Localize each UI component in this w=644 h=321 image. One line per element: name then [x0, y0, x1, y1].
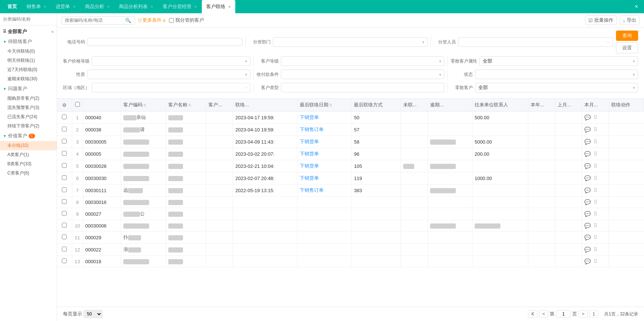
tab-sales-close[interactable]: × [44, 4, 46, 9]
chat-icon[interactable]: 💬 [584, 139, 591, 145]
tab-customer-contact[interactable]: 客户联络 × [202, 0, 235, 13]
pending-section-title[interactable]: ▼ 待联络客户 [0, 36, 57, 47]
tab-product-analysis-list[interactable]: 商品分析列表 × [115, 0, 157, 13]
retail-attr-select[interactable]: 全部 ▾ [479, 56, 638, 66]
grid-action-icon[interactable]: ⠿ [594, 223, 597, 229]
contact-method-link[interactable]: 下销货单 [300, 114, 319, 120]
sidebar-item-class-a[interactable]: A类客户(1) [0, 150, 57, 159]
sidebar-item-hoarding[interactable]: 囤购异常客户(2) [0, 94, 57, 103]
price-grade-select[interactable]: ▾ [92, 56, 250, 66]
sidebar-item-7days-pending[interactable]: 近7天待联络(0) [0, 65, 57, 74]
staff-select[interactable]: ··· [458, 37, 613, 47]
column-name[interactable]: 客户名称 ⇅ [166, 99, 206, 112]
last-page-button[interactable]: 1 [589, 310, 598, 318]
row-checkbox[interactable] [62, 223, 67, 227]
first-page-button[interactable]: K [528, 310, 538, 318]
select-all-checkbox[interactable] [75, 102, 80, 107]
quality-select[interactable]: ▾ [87, 70, 250, 79]
row-checkbox[interactable] [62, 187, 67, 192]
contact-method-link[interactable]: 下销货单 [300, 175, 319, 181]
contact-method-link[interactable]: 下销售订单 [300, 127, 324, 132]
sidebar-item-overdue-pending[interactable]: 逾期未联络(30) [0, 74, 57, 84]
dept-select[interactable]: ▾ [273, 37, 428, 47]
column-last-contact-date[interactable]: 最后联络日期 ⇅ [297, 99, 352, 112]
row-checkbox[interactable] [62, 151, 67, 156]
contact-method-link[interactable]: 下销货单 [300, 151, 319, 156]
region-select[interactable]: ··· [92, 83, 250, 92]
sidebar-search-input[interactable] [3, 17, 57, 22]
grid-action-icon[interactable]: ⠿ [594, 163, 597, 169]
contact-method-link[interactable]: 下销货单 [300, 163, 319, 169]
sidebar-item-class-c[interactable]: C类客户(6) [0, 169, 57, 178]
page-number-input[interactable] [556, 310, 571, 318]
customer-grade-select[interactable]: ▾ [281, 56, 444, 66]
grid-action-icon[interactable]: ⠿ [594, 234, 597, 240]
row-checkbox[interactable] [62, 211, 67, 216]
row-checkbox[interactable] [62, 139, 67, 144]
next-page-button[interactable]: > [578, 310, 588, 318]
tab-home[interactable]: 首页 [3, 0, 21, 13]
column-settings[interactable]: ⚙ [57, 99, 72, 112]
customer-type-select[interactable] [281, 83, 444, 92]
status-select[interactable]: ▾ [475, 70, 638, 79]
chat-icon[interactable]: 💬 [584, 199, 591, 205]
tab-product-analysis[interactable]: 商品分析 × [81, 0, 114, 13]
query-button[interactable]: 查询 [616, 31, 638, 41]
row-checkbox[interactable] [62, 258, 67, 263]
row-checkbox[interactable] [62, 127, 67, 131]
sidebar-item-declining[interactable]: 持续下滑客户(2) [0, 121, 57, 131]
tab-purchase-close[interactable]: × [73, 4, 75, 9]
retail-customer-select[interactable]: 全部 ▾ [475, 83, 638, 92]
tab-product-analysis-close[interactable]: × [107, 4, 109, 9]
chat-icon[interactable]: 💬 [584, 247, 591, 253]
payment-select[interactable]: ▾ [281, 70, 444, 79]
sidebar-item-churned[interactable]: 已流失客户(24) [0, 112, 57, 121]
grid-action-icon[interactable]: ⠿ [594, 258, 597, 264]
prev-page-button[interactable]: < [539, 310, 548, 318]
grid-action-icon[interactable]: ⠿ [594, 211, 597, 217]
chat-icon[interactable]: 💬 [584, 211, 591, 217]
chat-icon[interactable]: 💬 [584, 258, 591, 264]
grid-action-icon[interactable]: ⠿ [594, 151, 597, 157]
chat-icon[interactable]: 💬 [584, 114, 591, 120]
tab-purchase[interactable]: 进货单 × [51, 0, 80, 13]
sidebar-item-unassigned[interactable]: 未分组(32) [0, 141, 57, 150]
row-checkbox[interactable] [62, 247, 67, 251]
sidebar-item-class-b[interactable]: B类客户(33) [0, 159, 57, 169]
row-checkbox[interactable] [62, 114, 67, 119]
batch-operation-button[interactable]: ☑ 批量操作 [585, 15, 617, 25]
grid-action-icon[interactable]: ⠿ [594, 114, 597, 120]
row-checkbox[interactable] [62, 175, 67, 180]
value-section-title[interactable]: ▼ 价值客户 C [0, 131, 57, 141]
close-all-tabs-button[interactable]: × [632, 2, 641, 11]
grid-action-icon[interactable]: ⠿ [594, 175, 597, 181]
tab-customer-tier[interactable]: 客户分层经营 × [158, 0, 201, 13]
chat-icon[interactable]: 💬 [584, 223, 591, 229]
chat-icon[interactable]: 💬 [584, 151, 591, 157]
chat-icon[interactable]: 💬 [584, 127, 591, 133]
grid-action-icon[interactable]: ⠿ [594, 139, 597, 145]
sidebar-item-tomorrow-pending[interactable]: 明天待联络(1) [0, 56, 57, 65]
grid-action-icon[interactable]: ⠿ [594, 127, 597, 133]
more-filters-button[interactable]: ▽ 更多条件 ∧ [138, 17, 166, 24]
page-size-select[interactable]: 50 20 100 [84, 310, 102, 318]
my-customers-checkbox[interactable] [169, 18, 174, 23]
reset-button[interactable]: 设置 [616, 42, 638, 53]
export-button[interactable]: ↓ 导出 [620, 15, 640, 25]
row-checkbox[interactable] [62, 163, 67, 168]
collapse-sidebar-icon[interactable]: « [51, 29, 54, 34]
chat-icon[interactable]: 💬 [584, 163, 591, 169]
grid-action-icon[interactable]: ⠿ [594, 187, 597, 193]
tab-sales[interactable]: 销售单 × [22, 0, 50, 13]
column-code[interactable]: 客户编码 ⇅ [121, 99, 166, 112]
chat-icon[interactable]: 💬 [584, 175, 591, 181]
sidebar-item-churn-warning[interactable]: 流失预警客户(3) [0, 103, 57, 112]
chat-icon[interactable]: 💬 [584, 234, 591, 240]
tab-customer-tier-close[interactable]: × [194, 4, 197, 9]
sidebar-item-today-pending[interactable]: 今天待联络(0) [0, 47, 57, 56]
tab-product-analysis-list-close[interactable]: × [151, 4, 153, 9]
grid-action-icon[interactable]: ⠿ [594, 199, 597, 205]
contact-method-link[interactable]: 下销售订单 [300, 187, 324, 193]
grid-action-icon[interactable]: ⠿ [594, 247, 597, 253]
all-customers-header[interactable]: ⠿ 全部客户 « [0, 25, 57, 36]
